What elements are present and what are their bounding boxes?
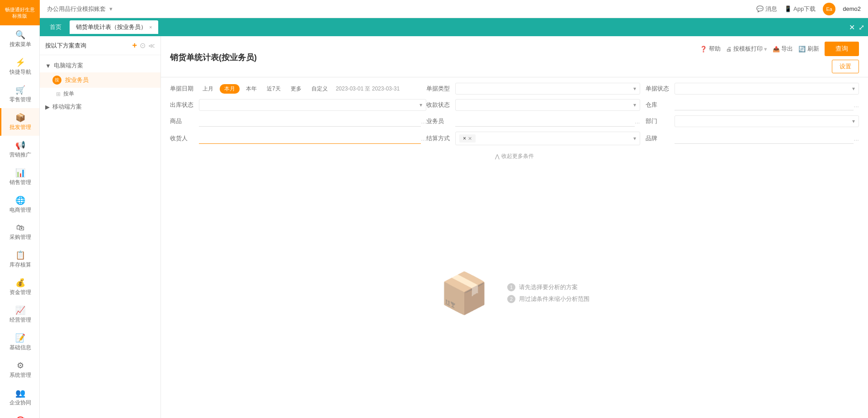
sidebar: 畅捷通好生意 标推版 🔍 搜索菜单 ⚡ 快捷导航 🛒 零售管理 📦 批发管理 📢…	[0, 0, 40, 418]
scheme-dot-text: 按	[55, 77, 59, 83]
sidebar-retail-label: 零售管理	[9, 96, 31, 104]
date-filter-item: 单据日期 上月 本月 本年 近7天 更多 自定义 2023-03-01 至 20…	[170, 84, 426, 94]
bill-type-label: 单据类型	[426, 85, 452, 93]
salesperson-dots[interactable]: ...	[635, 118, 640, 125]
recv-person-input[interactable]	[199, 133, 421, 144]
date-this-year[interactable]: 本年	[242, 84, 260, 94]
recv-status-label: 收款状态	[426, 101, 452, 109]
sidebar-item-newbie[interactable]: 🎯 新手引导	[0, 411, 39, 418]
newbie-icon: 🎯	[15, 416, 25, 418]
refresh-button[interactable]: 🔄 刷新	[798, 45, 819, 53]
sidebar-nav: 🔍 搜索菜单 ⚡ 快捷导航 🛒 零售管理 📦 批发管理 📢 营销推广 📊 销售管…	[0, 25, 39, 418]
tab-bar: 首页 销货单统计表（按业务员） × ✕ ⤢	[40, 18, 868, 36]
mobile-group-header[interactable]: ▶ 移动端方案	[40, 100, 160, 114]
print-dropdown-icon[interactable]: ▾	[764, 46, 767, 52]
sub-scheme-label: 按单	[63, 90, 74, 98]
date-this-month[interactable]: 本月	[220, 84, 240, 94]
sidebar-item-purchase[interactable]: 🛍 采购管理	[0, 218, 39, 246]
workspace-info: 办公用品行业模拟账套 ▾	[47, 5, 113, 13]
page-action-group: ❓ 帮助 🖨 按模板打印 ▾ 📤 导出	[700, 42, 859, 73]
date-last-month[interactable]: 上月	[199, 84, 217, 94]
sidebar-item-finance[interactable]: 💰 资金管理	[0, 273, 39, 301]
sidebar-item-inventory[interactable]: 📋 库存核算	[0, 246, 39, 273]
tab-home[interactable]: 首页	[43, 20, 68, 34]
sidebar-item-marketing[interactable]: 📢 营销推广	[0, 136, 39, 163]
sub-scheme-icon: ⊞	[56, 91, 61, 97]
hint-1: 1 请先选择要分析的方案	[507, 283, 578, 291]
help-button[interactable]: ❓ 帮助	[700, 45, 721, 53]
marketing-icon: 📢	[15, 140, 25, 150]
recv-status-select[interactable]: ▾	[455, 99, 640, 111]
sub-scheme-item[interactable]: ⊞ 按单	[40, 88, 160, 100]
help-label: 帮助	[709, 45, 721, 53]
purchase-icon: 🛍	[16, 223, 24, 233]
date-7days[interactable]: 近7天	[263, 84, 284, 94]
scheme-item-salesperson[interactable]: 按 按业务员	[40, 72, 160, 88]
brand-item: 品牌 ...	[646, 133, 859, 144]
bill-type-select[interactable]: ▾	[455, 83, 640, 95]
scheme-settings-icon[interactable]: ⊙	[140, 41, 146, 50]
salesperson-input[interactable]	[455, 116, 635, 127]
print-button[interactable]: 🖨 按模板打印 ▾	[726, 45, 767, 53]
date-range-display: 2023-03-01 至 2023-03-31	[336, 85, 400, 93]
sidebar-search[interactable]: 🔍 搜索菜单	[0, 25, 39, 53]
mobile-group-label: 移动端方案	[52, 103, 82, 111]
salesperson-item: 业务员 ...	[426, 116, 640, 127]
workspace-dropdown-icon[interactable]: ▾	[109, 5, 113, 12]
out-status-arrow: ▾	[420, 102, 422, 108]
user-avatar[interactable]: Ea	[823, 3, 835, 15]
sidebar-item-wholesale[interactable]: 📦 批发管理	[0, 108, 39, 136]
query-button[interactable]: 查询	[825, 42, 859, 56]
print-label: 按模板打印	[733, 45, 763, 53]
sidebar-item-business[interactable]: 📈 经营管理	[0, 301, 39, 328]
message-button[interactable]: 💬 消息	[756, 5, 777, 13]
scheme-panel-title: 按以下方案查询	[45, 42, 86, 50]
brand-input[interactable]	[675, 133, 854, 144]
warehouse-input[interactable]	[675, 100, 854, 110]
sidebar-purchase-label: 采购管理	[9, 233, 31, 241]
maximize-icon[interactable]: ⤢	[859, 23, 864, 32]
app-download-button[interactable]: 📱 App下载	[784, 5, 816, 13]
department-select[interactable]: ▾	[675, 115, 859, 127]
export-button[interactable]: 📤 导出	[773, 45, 793, 53]
workspace-name: 办公用品行业模拟账套	[47, 5, 106, 13]
warehouse-dots[interactable]: ...	[854, 101, 859, 109]
recv-status-item: 收款状态 ▾	[426, 99, 640, 111]
collapse-button[interactable]: ⋀ 收起更多条件	[170, 150, 859, 163]
sidebar-quick-nav[interactable]: ⚡ 快捷导航	[0, 53, 39, 81]
settle-method-select[interactable]: × ✕ ▾	[455, 132, 640, 145]
add-scheme-icon[interactable]: +	[132, 41, 137, 50]
bill-type-item: 单据类型 ▾	[426, 83, 640, 95]
settle-method-value: ×	[463, 135, 466, 142]
sidebar-item-system[interactable]: ⚙ 系统管理	[0, 356, 39, 384]
goods-dots[interactable]: ...	[421, 118, 426, 125]
tab-sales-stat-label: 销货单统计表（按业务员）	[76, 23, 146, 31]
mobile-scheme-group: ▶ 移动端方案	[40, 100, 160, 114]
scheme-collapse-icon[interactable]: ≪	[148, 42, 155, 49]
tab-close-icon[interactable]: ×	[149, 24, 152, 30]
goods-input[interactable]	[199, 116, 421, 127]
sidebar-item-sales[interactable]: 📊 销售管理	[0, 163, 39, 191]
sidebar-item-ecom[interactable]: 🌐 电商管理	[0, 191, 39, 218]
settle-method-tag: × ✕	[459, 134, 476, 142]
sidebar-item-retail[interactable]: 🛒 零售管理	[0, 81, 39, 108]
desktop-group-header[interactable]: ▼ 电脑端方案	[40, 59, 160, 72]
settle-method-clear[interactable]: ✕	[468, 136, 472, 142]
settings-button[interactable]: 设置	[832, 60, 859, 73]
sidebar-item-basic[interactable]: 📝 基础信息	[0, 328, 39, 356]
sidebar-item-collab[interactable]: 👥 企业协同	[0, 384, 39, 411]
sidebar-sales-label: 销售管理	[9, 179, 31, 186]
close-window-icon[interactable]: ✕	[849, 23, 855, 32]
refresh-label: 刷新	[807, 45, 819, 53]
app-label: App下载	[793, 5, 816, 13]
date-label: 单据日期	[170, 85, 195, 93]
out-status-label: 出库状态	[170, 101, 195, 109]
desktop-group-label: 电脑端方案	[54, 62, 83, 70]
out-status-select[interactable]: ▾	[199, 99, 426, 111]
brand-dots[interactable]: ...	[854, 135, 859, 142]
date-custom[interactable]: 自定义	[308, 84, 331, 94]
bill-status-select[interactable]: ▾	[675, 83, 859, 95]
tab-sales-stat[interactable]: 销货单统计表（按业务员） ×	[70, 20, 158, 34]
date-more[interactable]: 更多	[287, 84, 305, 94]
recv-person-dots[interactable]: ...	[421, 135, 426, 142]
